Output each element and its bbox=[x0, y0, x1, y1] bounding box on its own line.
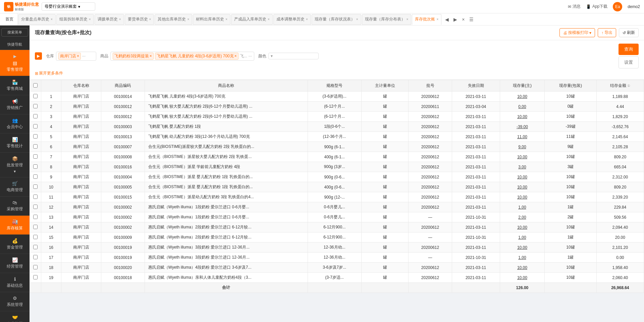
row-select-checkbox[interactable] bbox=[33, 144, 38, 149]
row-select-checkbox[interactable] bbox=[33, 164, 38, 169]
row-select-checkbox[interactable] bbox=[33, 94, 38, 98]
row-qty-main[interactable]: 0.00 bbox=[500, 102, 545, 112]
row-qty-main[interactable]: 10.00 bbox=[500, 172, 545, 182]
row-checkbox[interactable] bbox=[30, 202, 41, 212]
sidebar-item-marketing[interactable]: 📢 营销推广 bbox=[0, 95, 30, 114]
row-qty-main[interactable]: 1.00 bbox=[500, 202, 545, 212]
tab-close-icon[interactable]: × bbox=[268, 17, 270, 21]
tab-chengben[interactable]: 成本调整单历史 × bbox=[273, 14, 311, 25]
tab-xiancun2[interactable]: 现存量（库存分布表） × bbox=[362, 14, 412, 25]
goods-tag-close-2[interactable]: × bbox=[234, 54, 237, 58]
row-checkbox[interactable] bbox=[30, 253, 41, 263]
row-select-checkbox[interactable] bbox=[33, 245, 38, 249]
settings-button[interactable]: 设置 bbox=[619, 56, 639, 68]
sidebar-item-ecommerce[interactable]: 🛒 电商管理 bbox=[0, 177, 30, 197]
row-checkbox[interactable] bbox=[30, 243, 41, 253]
row-select-checkbox[interactable] bbox=[33, 215, 38, 219]
sidebar-search-button[interactable]: 搜索英单 bbox=[1, 28, 28, 37]
tab-close-icon[interactable]: × bbox=[149, 17, 151, 21]
warehouse-tag-container[interactable]: 南岸门店 × ··· bbox=[56, 52, 96, 61]
sidebar-item-shop[interactable]: 🏪 零售商城 bbox=[0, 76, 30, 95]
tab-prev-icon[interactable]: ◀ bbox=[443, 17, 451, 22]
sidebar-quick-button[interactable]: 快捷导航 bbox=[1, 41, 28, 48]
tab-clchuku[interactable]: 材料出库单历史 × bbox=[193, 14, 230, 25]
tab-close-icon[interactable]: × bbox=[119, 17, 121, 21]
tab-zuzhuang[interactable]: 组装拆卸单历史 × bbox=[56, 14, 94, 25]
tab-home[interactable]: 首页 bbox=[1, 13, 18, 25]
tab-close-icon[interactable]: × bbox=[187, 17, 189, 21]
row-select-checkbox[interactable] bbox=[33, 195, 38, 199]
tab-close-icon[interactable]: × bbox=[51, 17, 53, 21]
select-all-checkbox[interactable] bbox=[33, 83, 38, 88]
row-checkbox[interactable] bbox=[30, 92, 41, 102]
row-checkbox[interactable] bbox=[30, 212, 41, 222]
color-dropdown-icon[interactable]: ▾ bbox=[271, 54, 273, 58]
row-checkbox[interactable] bbox=[30, 162, 41, 172]
row-select-checkbox[interactable] bbox=[33, 225, 38, 229]
row-qty-main[interactable]: 1.00 bbox=[500, 253, 545, 263]
message-button[interactable]: ✉ 消息 bbox=[568, 4, 581, 9]
tab-xiancun1[interactable]: 现存量（库存状况表） × bbox=[312, 14, 361, 25]
row-checkbox[interactable] bbox=[30, 132, 41, 142]
sidebar-item-retail[interactable]: ▶ ▤ 零售管理 bbox=[0, 50, 30, 76]
tab-close-icon[interactable]: × bbox=[225, 17, 227, 21]
th-checkbox[interactable] bbox=[30, 80, 41, 92]
sidebar-item-collab[interactable]: 🤝 企业协同 bbox=[0, 311, 30, 322]
row-checkbox[interactable] bbox=[30, 112, 41, 122]
tab-close-icon[interactable]: × bbox=[89, 17, 91, 21]
row-qty-main[interactable]: 10.00 bbox=[500, 222, 545, 232]
warehouse-tag-close-icon[interactable]: × bbox=[77, 54, 79, 58]
row-qty-main[interactable]: 10.00 bbox=[500, 92, 545, 102]
tab-fenliang[interactable]: 分量盘点单历史 × bbox=[18, 14, 56, 25]
row-select-checkbox[interactable] bbox=[33, 205, 38, 209]
tab-close-all-icon[interactable]: × bbox=[460, 17, 467, 22]
tab-qtchuku[interactable]: 其他出库单历史 × bbox=[155, 14, 192, 25]
query-button[interactable]: 查询 bbox=[619, 44, 639, 55]
row-checkbox[interactable] bbox=[30, 232, 41, 243]
row-checkbox[interactable] bbox=[30, 182, 41, 192]
color-tag-container[interactable]: ▾ bbox=[268, 53, 319, 59]
row-qty-main[interactable]: 10.00 bbox=[500, 263, 545, 273]
row-select-checkbox[interactable] bbox=[33, 275, 38, 279]
sidebar-item-basicinfo[interactable]: ℹ 基础信息 bbox=[0, 273, 30, 292]
row-checkbox[interactable] bbox=[30, 222, 41, 232]
row-qty-main[interactable]: 2.00 bbox=[500, 212, 545, 222]
print-button[interactable]: 🖨 按模板打印 ▾ bbox=[559, 28, 595, 37]
row-qty-main[interactable]: 1.00 bbox=[500, 232, 545, 243]
row-checkbox[interactable] bbox=[30, 142, 41, 152]
sidebar-item-operations[interactable]: 📈 经营管理 bbox=[0, 254, 30, 273]
sidebar-item-stats[interactable]: 📊 零售统计 bbox=[0, 133, 30, 153]
sidebar-item-inventory[interactable]: 🏭 库存核算 bbox=[0, 216, 30, 235]
row-checkbox[interactable] bbox=[30, 152, 41, 162]
row-checkbox[interactable] bbox=[30, 192, 41, 202]
tab-next-icon[interactable]: ▶ bbox=[451, 17, 459, 22]
row-qty-main[interactable]: 9.00 bbox=[500, 142, 545, 152]
goods-more-icon[interactable]: ··· bbox=[249, 54, 252, 58]
refresh-button[interactable]: ↺ 刷新 bbox=[619, 28, 639, 37]
avatar[interactable]: Ea bbox=[613, 2, 622, 11]
row-qty-main[interactable]: 11.00 bbox=[500, 132, 545, 142]
row-qty-main[interactable]: 10.00 bbox=[500, 273, 545, 283]
row-select-checkbox[interactable] bbox=[33, 154, 38, 159]
sidebar-item-members[interactable]: 👥 会员中心 bbox=[0, 114, 30, 133]
row-select-checkbox[interactable] bbox=[33, 104, 38, 108]
row-checkbox[interactable] bbox=[30, 102, 41, 112]
export-button[interactable]: ↑ 导出 bbox=[598, 28, 616, 37]
row-select-checkbox[interactable] bbox=[33, 124, 38, 128]
row-checkbox[interactable] bbox=[30, 273, 41, 283]
row-select-checkbox[interactable] bbox=[33, 184, 38, 189]
store-selector[interactable]: 母婴行业演示账套 ▾ bbox=[42, 2, 95, 11]
row-select-checkbox[interactable] bbox=[33, 265, 38, 269]
row-checkbox[interactable] bbox=[30, 172, 41, 182]
row-select-checkbox[interactable] bbox=[33, 134, 38, 139]
tab-close-icon[interactable]: × bbox=[436, 17, 438, 21]
expand-conditions-button[interactable]: ⊞ 展开更多条件 bbox=[35, 70, 639, 76]
row-qty-main[interactable]: 10.00 bbox=[500, 243, 545, 253]
tab-chanpin[interactable]: 产成品入库单历史 × bbox=[231, 14, 273, 25]
row-select-checkbox[interactable] bbox=[33, 255, 38, 259]
row-checkbox[interactable] bbox=[30, 122, 41, 132]
row-qty-main[interactable]: 10.00 bbox=[500, 112, 545, 122]
tab-kucunpici[interactable]: 库存批次账 × bbox=[412, 14, 441, 25]
warehouse-more-icon[interactable]: ··· bbox=[82, 54, 86, 58]
sidebar-item-wholesale[interactable]: 📦 批发管理 ▾ bbox=[0, 153, 30, 177]
